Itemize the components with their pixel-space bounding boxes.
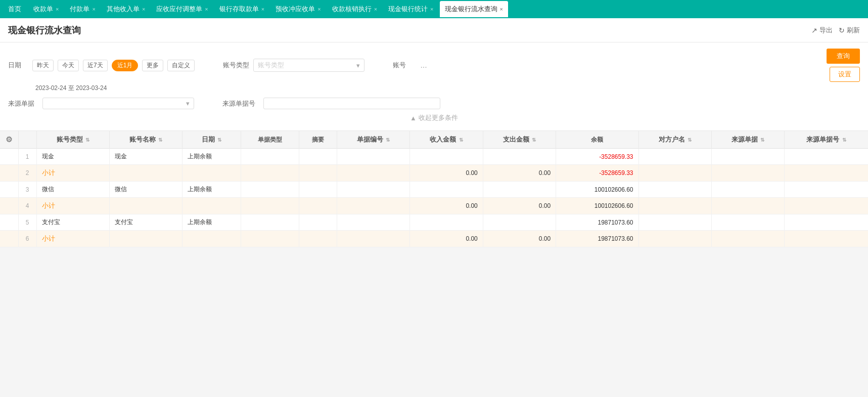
top-nav: 首页 收款单 × 付款单 × 其他收入单 × 应收应付调整单 × 银行存取款单 … [0,0,868,18]
query-button[interactable]: 查询 [827,49,860,64]
collapse-conditions-btn[interactable]: ▲ 收起更多条件 [8,111,860,124]
row-gear-cell [0,182,18,198]
col-income[interactable]: 收入金额 ⇅ [410,131,483,149]
close-tab-1-icon[interactable]: × [92,6,95,12]
row-source-doc-no [785,182,868,198]
row-counterpart [638,182,711,198]
row-income [410,182,483,198]
col-source-doc[interactable]: 来源单据 ⇅ [711,131,784,149]
row-account-name: 支付宝 [109,214,182,231]
date-1month-btn[interactable]: 近1月 [112,60,139,71]
refresh-button[interactable]: ↻ 刷新 [839,26,860,35]
nav-tab-2[interactable]: 其他收入单 × [102,1,150,17]
sort-doc-no-icon: ⇅ [386,137,390,143]
close-tab-8-icon[interactable]: × [500,6,503,12]
gear-icon[interactable]: ⚙ [6,135,12,144]
col-account-name[interactable]: 账号名称 ⇅ [109,131,182,149]
filter-row-1: 日期 昨天 今天 近7天 近1月 更多 自定义 账号类型 账号类型 ▾ 账号 .… [8,49,860,82]
row-doc-no [337,149,410,165]
close-tab-0-icon[interactable]: × [56,6,59,12]
close-tab-3-icon[interactable]: × [205,6,208,12]
row-source-doc [711,165,784,182]
account-ellipsis-btn[interactable]: ... [417,60,430,70]
col-seq [18,131,36,149]
nav-tab-7[interactable]: 现金银行统计 × [383,1,438,17]
row-summary [299,182,337,198]
row-summary [299,231,337,247]
table-row: 5 支付宝 支付宝 上期余额 19871073.60 [0,214,868,231]
nav-tab-6[interactable]: 收款核销执行 × [327,1,382,17]
export-button[interactable]: ↗ 导出 [811,26,833,35]
export-icon: ↗ [811,26,817,34]
filter-area: 日期 昨天 今天 近7天 近1月 更多 自定义 账号类型 账号类型 ▾ 账号 .… [0,42,868,131]
nav-tab-1[interactable]: 付款单 × [65,1,100,17]
col-doc-no[interactable]: 单据编号 ⇅ [337,131,410,149]
date-today-btn[interactable]: 今天 [58,60,79,71]
source-doc-no-input[interactable] [263,98,440,109]
row-date: 上期余额 [182,182,241,198]
account-type-filter-group: 账号类型 账号类型 ▾ [223,59,364,72]
col-expense[interactable]: 支出金额 ⇅ [483,131,556,149]
row-expense [483,149,556,165]
settings-button[interactable]: 设置 [830,67,860,82]
date-7days-btn[interactable]: 近7天 [83,60,108,71]
row-doc-type [241,182,299,198]
nav-tab-8[interactable]: 现金银行流水查询 × [440,1,508,17]
nav-tab-3[interactable]: 应收应付调整单 × [151,1,213,17]
page-title: 现金银行流水查询 [8,24,81,36]
nav-tab-5[interactable]: 预收冲应收单 × [270,1,326,17]
row-doc-type [241,198,299,214]
row-balance: 100102606.60 [556,182,638,198]
table-row: 2 小计 0.00 0.00 -3528659.33 [0,165,868,182]
row-account-name: 现金 [109,149,182,165]
close-tab-4-icon[interactable]: × [261,6,264,12]
nav-home[interactable]: 首页 [2,3,27,16]
row-expense: 0.00 [483,231,556,247]
page-header: 现金银行流水查询 ↗ 导出 ↻ 刷新 [0,18,868,42]
account-type-select[interactable]: 账号类型 ▾ [253,59,364,72]
row-seq: 3 [18,182,36,198]
source-doc-select[interactable]: ▾ [42,98,194,109]
col-account-type[interactable]: 账号类型 ⇅ [36,131,109,149]
nav-tab-0[interactable]: 收款单 × [28,1,64,17]
row-seq: 6 [18,231,36,247]
nav-tab-4[interactable]: 银行存取款单 × [214,1,269,17]
row-account-type: 小计 [36,231,109,247]
close-tab-5-icon[interactable]: × [317,6,321,12]
col-gear[interactable]: ⚙ [0,131,18,149]
row-doc-no [337,165,410,182]
date-more-btn[interactable]: 更多 [142,60,163,71]
row-seq: 5 [18,214,36,231]
collapse-icon: ▲ [410,114,417,122]
row-doc-no [337,231,410,247]
row-source-doc [711,231,784,247]
row-counterpart [638,214,711,231]
date-yesterday-btn[interactable]: 昨天 [32,60,54,71]
sort-income-icon: ⇅ [459,137,463,143]
header-actions: ↗ 导出 ↻ 刷新 [811,26,860,35]
table-row: 4 小计 0.00 0.00 100102606.60 [0,198,868,214]
col-source-doc-no[interactable]: 来源单据号 ⇅ [785,131,868,149]
col-doc-type: 单据类型 [241,131,299,149]
close-tab-7-icon[interactable]: × [430,6,433,12]
row-counterpart [638,149,711,165]
refresh-icon: ↻ [839,26,845,34]
row-income [410,214,483,231]
row-gear-cell [0,149,18,165]
row-source-doc-no [785,198,868,214]
sort-source-doc-no-icon: ⇅ [842,137,846,143]
row-doc-no [337,182,410,198]
table-row: 6 小计 0.00 0.00 19871073.60 [0,231,868,247]
row-income: 0.00 [410,231,483,247]
data-table: ⚙ 账号类型 ⇅ 账号名称 ⇅ 日期 ⇅ 单据类型 摘要 单据编号 [0,131,868,247]
date-custom-btn[interactable]: 自定义 [167,60,195,71]
sort-date-icon: ⇅ [217,137,221,143]
col-counterpart[interactable]: 对方户名 ⇅ [638,131,711,149]
row-expense [483,214,556,231]
row-doc-no [337,214,410,231]
close-tab-6-icon[interactable]: × [374,6,377,12]
row-balance: 19871073.60 [556,214,638,231]
table-container: ⚙ 账号类型 ⇅ 账号名称 ⇅ 日期 ⇅ 单据类型 摘要 单据编号 [0,131,868,247]
close-tab-2-icon[interactable]: × [142,6,145,12]
col-date[interactable]: 日期 ⇅ [182,131,241,149]
